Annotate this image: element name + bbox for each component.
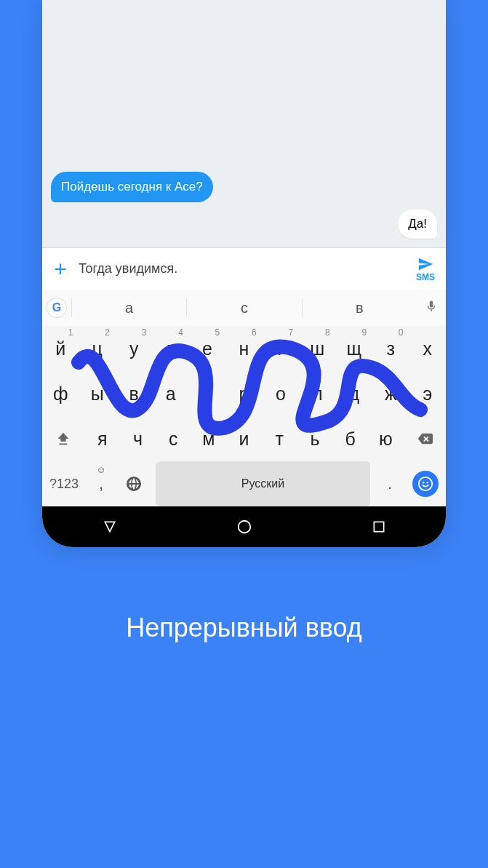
key-щ[interactable]: щ9 bbox=[336, 326, 372, 371]
key-к[interactable]: к4 bbox=[152, 326, 188, 371]
key-ь[interactable]: ь bbox=[297, 416, 333, 461]
back-icon bbox=[103, 519, 117, 534]
shift-key[interactable] bbox=[42, 416, 84, 461]
sent-message: Пойдешь сегодня к Асе? bbox=[51, 172, 213, 202]
suggestion-row: G а с в bbox=[42, 290, 446, 326]
key-ч[interactable]: ч bbox=[120, 416, 156, 461]
key-л[interactable]: л bbox=[299, 371, 335, 416]
keyboard: й1 ц2 у3 к4 е5 н6 г7 ш8 щ9 з0 х ф ы в а … bbox=[42, 326, 446, 506]
svg-point-0 bbox=[419, 477, 432, 490]
key-д[interactable]: д bbox=[336, 371, 372, 416]
key-а[interactable]: а bbox=[152, 371, 188, 416]
chat-area: Пойдешь сегодня к Асе? Да! bbox=[42, 0, 446, 247]
comma-key[interactable]: ☺ , bbox=[86, 461, 116, 506]
phone-frame: Пойдешь сегодня к Асе? Да! + Тогда увиди… bbox=[42, 0, 446, 547]
smiley-icon bbox=[412, 471, 439, 497]
send-label: SMS bbox=[416, 272, 435, 282]
key-ц[interactable]: ц2 bbox=[79, 326, 115, 371]
key-ы[interactable]: ы bbox=[79, 371, 115, 416]
nav-recent[interactable] bbox=[311, 506, 446, 547]
key-у[interactable]: у3 bbox=[116, 326, 152, 371]
key-ж[interactable]: ж bbox=[372, 371, 409, 416]
key-м[interactable]: м bbox=[191, 416, 226, 461]
add-attachment-button[interactable]: + bbox=[42, 257, 79, 282]
suggestion-1[interactable]: а bbox=[71, 298, 186, 317]
key-е[interactable]: е5 bbox=[189, 326, 225, 371]
key-о[interactable]: о bbox=[263, 371, 299, 416]
suggestion-2[interactable]: с bbox=[186, 298, 301, 317]
recent-icon bbox=[372, 519, 386, 534]
key-и[interactable]: и bbox=[226, 416, 262, 461]
language-key[interactable] bbox=[116, 461, 151, 506]
period-key[interactable]: . bbox=[375, 461, 405, 506]
nav-back[interactable] bbox=[42, 506, 177, 547]
send-icon bbox=[416, 256, 435, 272]
key-й[interactable]: й1 bbox=[42, 326, 79, 371]
key-ю[interactable]: ю bbox=[368, 416, 404, 461]
emoji-hint-icon: ☺ bbox=[96, 464, 105, 475]
suggestion-3[interactable]: в bbox=[302, 298, 417, 317]
svg-point-2 bbox=[427, 482, 428, 483]
home-icon bbox=[236, 519, 252, 535]
key-б[interactable]: б bbox=[332, 416, 368, 461]
symbols-key[interactable]: ?123 bbox=[42, 461, 86, 506]
key-н[interactable]: н6 bbox=[225, 326, 262, 371]
space-key[interactable]: Русский bbox=[156, 461, 370, 506]
key-я[interactable]: я bbox=[84, 416, 120, 461]
android-navbar bbox=[42, 506, 446, 547]
nav-home[interactable] bbox=[177, 506, 311, 547]
key-з[interactable]: з0 bbox=[372, 326, 409, 371]
shift-icon bbox=[55, 431, 71, 447]
key-х[interactable]: х bbox=[409, 326, 446, 371]
promo-caption: Непрерывный ввод bbox=[126, 613, 362, 643]
backspace-icon bbox=[415, 431, 435, 447]
svg-point-1 bbox=[423, 482, 424, 483]
svg-rect-4 bbox=[374, 522, 383, 531]
compose-row: + Тогда увидимся. SMS bbox=[42, 247, 446, 290]
key-ф[interactable]: ф bbox=[42, 371, 79, 416]
send-button[interactable]: SMS bbox=[405, 256, 446, 282]
backspace-key[interactable] bbox=[404, 416, 446, 461]
key-т[interactable]: т bbox=[262, 416, 297, 461]
key-п[interactable]: п bbox=[189, 371, 225, 416]
svg-point-3 bbox=[238, 521, 250, 533]
key-ш[interactable]: ш8 bbox=[299, 326, 335, 371]
received-message: Да! bbox=[398, 210, 437, 239]
key-р[interactable]: р bbox=[225, 371, 262, 416]
key-с[interactable]: с bbox=[156, 416, 191, 461]
google-logo[interactable]: G bbox=[42, 298, 71, 317]
key-в[interactable]: в bbox=[116, 371, 152, 416]
message-input[interactable]: Тогда увидимся. bbox=[79, 261, 405, 276]
key-г[interactable]: г7 bbox=[263, 326, 299, 371]
mic-icon[interactable] bbox=[417, 298, 446, 318]
emoji-key[interactable] bbox=[405, 461, 446, 506]
key-э[interactable]: э bbox=[409, 371, 446, 416]
globe-icon bbox=[125, 475, 143, 493]
